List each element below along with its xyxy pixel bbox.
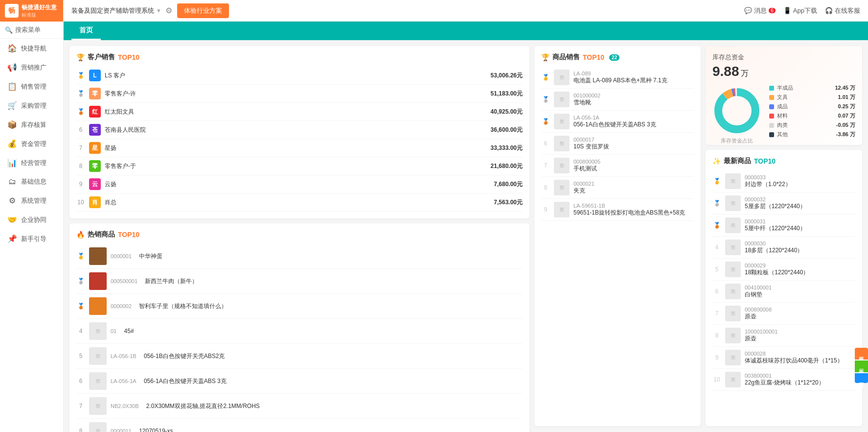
customer-rank-item: 7 星 星扬 33,333.00元 (76, 139, 523, 157)
sidebar-item-inventory[interactable]: 📦 库存核算 (0, 115, 63, 134)
new-product-item: 🥇 图 0000033 封边带（1.0*22） (712, 170, 855, 192)
logo-text: 畅捷通好生意 标准版 (22, 3, 57, 19)
new-product-code: 10000100001 (745, 329, 855, 335)
message-button[interactable]: 💬 消息 6 (744, 6, 776, 15)
hot-product-item: 8 图 0000011 12070519-xs (76, 419, 523, 432)
new-product-rank: 🥉 (712, 222, 721, 229)
hot-thumb (89, 272, 107, 290)
sidebar-item-purchase[interactable]: 🛒 采购管理 (0, 96, 63, 115)
hot-name: 2.0X30MM双搓花轴,搓花直径2.1MM/ROHS (140, 403, 260, 409)
legend-name: 其他 (777, 131, 833, 138)
topbar-right: 💬 消息 6 📱 App下载 🎧 在线客服 (744, 6, 860, 15)
sidebar-item-quicknav[interactable]: 🏠 快捷导航 (0, 39, 63, 58)
hot-code: 000500001 (111, 278, 137, 284)
customer-rank-title: 🏆 客户销售 TOP10 (76, 53, 523, 62)
new-product-code: 0000030 (745, 240, 855, 246)
customer-service-button[interactable]: 客服热线 (855, 348, 868, 360)
product-thumb: 图 (554, 70, 570, 85)
content-area: 🏆 客户销售 TOP10 🥇 L LS 客户 53,006.26元 🥈 零 零售… (64, 40, 868, 432)
customer-name: 零售客户-于 (105, 162, 487, 170)
legend-value: 0.25 万 (838, 103, 855, 110)
hot-code: LA-056-1A (111, 378, 137, 384)
new-product-item: 7 图 000800008 原壶 (712, 303, 855, 325)
customer-name: 肖总 (105, 198, 490, 207)
hot-info: 01 45# (111, 327, 523, 336)
sidebar-item-guide[interactable]: 📌 新手引导 (0, 229, 63, 248)
rank-num: 9 (541, 206, 550, 213)
product-thumb: 图 (554, 180, 570, 195)
product-name: 056-1A白色按键开关盖ABS 3克 (573, 120, 694, 129)
product-thumb: 图 (554, 92, 570, 107)
legend-name: 文具 (777, 94, 835, 101)
product-sale-item: 8 图 0000021 夹克 (541, 177, 694, 199)
app-download-button[interactable]: 📱 App下载 (783, 6, 817, 15)
home-tab[interactable]: 首页 (71, 22, 101, 40)
product-name: 夹克 (573, 187, 694, 195)
rank-num: 7 (541, 162, 550, 169)
customer-name: 苍南县人民医院 (105, 126, 487, 134)
search-menu[interactable]: 🔍 搜索菜单 (0, 22, 63, 39)
new-product-thumb: 图 (725, 350, 741, 365)
headset-icon: 🎧 (825, 7, 833, 14)
topbar: 装备及固定资产辅助管理系统 ▾ ⚙ 体验行业方案 💬 消息 6 📱 App下载 … (64, 0, 868, 22)
new-product-rank: 5 (712, 266, 721, 273)
hot-product-item: 🥇 0000001 中华神蛋 (76, 244, 523, 269)
hot-info: 0000002 智利车子里（规格不知道填什么） (111, 302, 523, 311)
new-product-code: 0000033 (745, 174, 855, 180)
legend-item: 文具 1.01 万 (769, 94, 855, 101)
new-product-info: 0000030 18多层（1220*2440） (745, 240, 855, 255)
hot-thumb: 图 (89, 397, 107, 415)
new-product-rank: 6 (712, 288, 721, 295)
sidebar-item-marketing[interactable]: 📢 营销推广 (0, 58, 63, 77)
hot-products-card: 🔥 热销商品 TOP10 🥇 0000001 中华神蛋 🥈 000500001 … (69, 223, 529, 432)
customer-avatar: 云 (89, 178, 101, 190)
new-product-name: 原壶 (745, 335, 855, 343)
new-products-title: ✨ 最新商品 TOP10 (712, 157, 855, 166)
settings-icon[interactable]: ⚙ (165, 6, 172, 15)
sidebar-item-enterprise[interactable]: 🤝 企业协同 (0, 210, 63, 229)
new-product-code: 0000031 (745, 218, 855, 224)
hot-thumb: 图 (89, 347, 107, 365)
sidebar-nav: 🏠 快捷导航 📢 营销推广 📋 销售管理 🛒 采购管理 📦 库存核算 💰 资金管… (0, 39, 63, 432)
product-name: 雪地靴 (573, 98, 694, 107)
product-sale-item: 🥇 图 LA-089 电池盖 LA-089 ABS本色+黑种 7.1克 (541, 67, 694, 89)
finance-icon: 💰 (7, 139, 17, 148)
hot-code: 0000001 (111, 253, 132, 259)
live-button[interactable]: 直播 (855, 373, 868, 383)
new-product-rank: 🥈 (712, 200, 721, 207)
new-product-info: 0000031 5厘中纤（1220*2440） (745, 218, 855, 233)
middle-column: 🏆 商品销售 TOP10 22 🥇 图 LA-089 电池盖 LA-089 AB… (534, 46, 701, 426)
sidebar-item-sales[interactable]: 📋 销售管理 (0, 77, 63, 96)
rank-number: 🥉 (76, 108, 85, 115)
hot-name: 新西兰牛肉（新牛） (139, 278, 198, 285)
customer-avatar: 红 (89, 106, 101, 118)
hot-name: 中华神蛋 (133, 253, 162, 260)
inventory-legend: 半成品 12.45 万 文具 1.01 万 成品 0.25 万 材料 0.07 … (769, 84, 855, 138)
new-product-name: 18颗粒板（1220*2440） (745, 268, 855, 277)
donut-chart: 库存资金占比 (712, 86, 761, 137)
phone-icon: 📱 (783, 7, 791, 14)
sidebar-item-system[interactable]: ⚙ 系统管理 (0, 191, 63, 210)
customer-value: 7,680.00元 (494, 180, 523, 189)
legend-name: 材料 (777, 112, 835, 120)
product-info: LA-089 电池盖 LA-089 ABS本色+黑种 7.1克 (573, 71, 694, 85)
product-info: LA-056-1A 056-1A白色按键开关盖ABS 3克 (573, 115, 694, 129)
customer-value: 36,600.00元 (491, 126, 523, 134)
sidebar-item-operations[interactable]: 📊 经营管理 (0, 153, 63, 172)
new-product-rank: 8 (712, 332, 721, 339)
sidebar-item-finance[interactable]: 💰 资金管理 (0, 134, 63, 153)
new-product-info: 10000100001 原壶 (745, 329, 855, 343)
community-button[interactable]: 服务社区 (855, 360, 868, 372)
trial-button[interactable]: 体验行业方案 (177, 3, 229, 18)
float-service: 客服热线 服务社区 直播 (855, 348, 868, 383)
hot-code: 01 (111, 328, 116, 334)
new-product-code: 0000032 (745, 196, 855, 202)
sidebar-item-basic[interactable]: 🗂 基础信息 (0, 172, 63, 191)
legend-value: 1.01 万 (838, 94, 855, 101)
new-product-code: 0000029 (745, 263, 855, 268)
rank-num: 8 (541, 184, 550, 191)
online-service-button[interactable]: 🎧 在线客服 (825, 6, 860, 15)
new-product-name: 白钢垫 (745, 290, 855, 299)
new-product-code: 003800001 (745, 373, 855, 379)
new-product-name: 体诚荔枝味苏打饮品400毫升（1*15） (745, 357, 855, 365)
